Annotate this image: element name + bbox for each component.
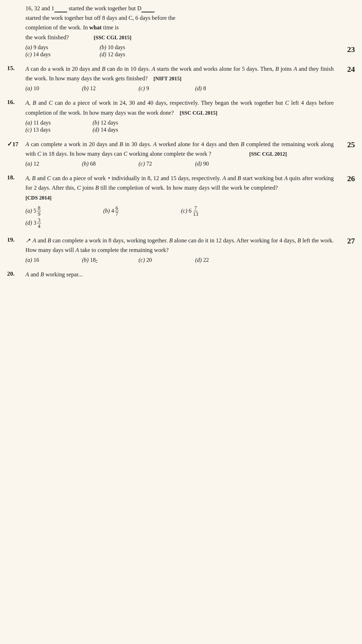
q19-opt-c: (c) 20 (139, 257, 195, 263)
top-continuation-line4: the work finished? [SSC CGL 2015] (25, 34, 132, 41)
question-16: 16. A, B and C can do a piece of work in… (7, 98, 355, 133)
q15-source: [NIFT 2015] (153, 76, 181, 81)
q17-checkmark: ✓ (7, 140, 12, 148)
question-20: 20. A and B working separ... (7, 270, 355, 279)
top-opt-d: (d) 12 days (100, 51, 174, 58)
q19-opt-a: (a) 16 (25, 257, 82, 263)
top-options: (a) 9 days (b) 10 days (c) 14 days (d) 1… (7, 44, 355, 58)
q20-text: A and B working separ... (25, 270, 334, 279)
top-opt-a: (a) 9 days (25, 44, 100, 51)
q19-opt-b: (b) 18- (82, 257, 139, 263)
q16-content: A, B and C can do a piece of work in 24,… (25, 98, 355, 133)
q18-opt-d: (d) 334 (25, 217, 103, 229)
q15-opt-b: (b) 12 (82, 85, 139, 92)
question-18: 18. A, B and C can do a piece of work • … (7, 173, 355, 229)
q19-text: ↗ A and B can complete a work in 8 days,… (25, 236, 334, 255)
q19-content: ↗ A and B can complete a work in 8 days,… (25, 236, 355, 263)
top-continuation-line2: started the work together but off 8 days… (25, 15, 175, 21)
right-number-23: 23 (347, 45, 355, 54)
q15-number: 15. (7, 64, 25, 92)
q15-opt-d: (d) 8 (195, 85, 252, 92)
q16-opt-c: (c) 13 days (25, 127, 93, 133)
q18-opt-c: (c) 6713 (181, 205, 259, 217)
top-continuation-line3: completion of the work. In what time is (25, 24, 119, 31)
top-opt-b: (b) 10 days (100, 44, 174, 51)
q17-opt-b: (b) 68 (82, 161, 139, 167)
q16-source: [SSC CGL 2015] (180, 110, 217, 116)
right-number-27: 27 (347, 236, 355, 246)
top-source-tag: [SSC CGL 2015] (94, 35, 132, 40)
q15-content: A can do a work in 20 days and B can do … (25, 64, 355, 92)
top-continuation-text: 16, 32 and 1 started the work together b… (7, 4, 355, 42)
q16-opt-d: (d) 14 days (93, 127, 160, 133)
q17-opt-a: (a) 12 (25, 161, 82, 167)
question-15: 15. A can do a work in 20 days and B can… (7, 64, 355, 92)
right-number-26: 26 (347, 174, 355, 183)
q17-text: A can complete a work in 20 days and B i… (25, 139, 334, 159)
top-continuation-line1: 16, 32 and 1 started the work together b… (25, 5, 154, 12)
q18-opt-a: (a) 589 (25, 205, 103, 217)
q18-content: A, B and C can do a piece of work • indi… (25, 173, 355, 229)
q17-opt-d: (d) 90 (195, 161, 252, 167)
q15-opt-c: (c) 9 (139, 85, 195, 92)
top-opt-c: (c) 14 days (25, 51, 100, 58)
q19-opt-d: (d) 22 (195, 257, 252, 263)
q19-number: 19. (7, 236, 25, 263)
q20-number: 20. (7, 270, 25, 279)
q16-opt-a: (a) 11 days (25, 120, 93, 126)
q16-number: 16. (7, 98, 25, 133)
q15-text: A can do a work in 20 days and B can do … (25, 64, 334, 83)
question-17: ✓17 A can complete a work in 20 days and… (7, 139, 355, 167)
q18-text: A, B and C can do a piece of work • indi… (25, 173, 334, 202)
q15-opt-a: (a) 10 (25, 85, 82, 92)
q17-number: ✓17 (7, 139, 25, 167)
q16-opt-b: (b) 12 days (93, 120, 160, 126)
q17-opt-c: (c) 72 (139, 161, 195, 167)
q18-opt-b: (b) 467 (103, 205, 181, 217)
q17-content: A can complete a work in 20 days and B i… (25, 139, 355, 167)
right-number-24: 24 (347, 65, 355, 74)
q18-number: 18. (7, 173, 25, 229)
q20-content: A and B working separ... (25, 270, 355, 279)
q16-text: A, B and C can do a piece of work in 24,… (25, 98, 334, 117)
q18-source: [CDS 2014] (25, 195, 52, 201)
question-19: 19. ↗ A and B can complete a work in 8 d… (7, 236, 355, 263)
page: 16, 32 and 1 started the work together b… (0, 0, 362, 644)
q17-source: [SSC CGL 2012] (249, 151, 287, 157)
right-number-25: 25 (347, 140, 355, 149)
